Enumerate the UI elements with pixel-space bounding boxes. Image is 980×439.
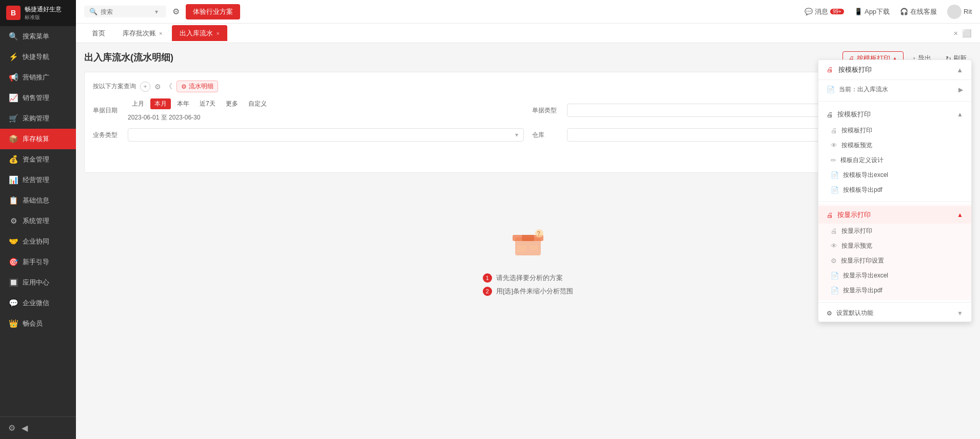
filter-label: 按以下方案查询	[93, 82, 136, 91]
template-pdf-label: 按模板导出pdf	[843, 186, 883, 194]
business-type-field: 业务类型 ▾	[93, 128, 524, 142]
business-type-select[interactable]: ▾	[128, 128, 524, 142]
divider-1	[818, 101, 971, 102]
message-label: 消息	[815, 7, 828, 16]
sidebar-item-label: 应用中心	[23, 278, 49, 287]
sidebar-item-guide[interactable]: 🎯 新手引导	[0, 252, 76, 272]
sidebar-item-purchase[interactable]: 🛒 采购管理	[0, 108, 76, 129]
display-print-item[interactable]: 🖨 按显示打印	[818, 224, 971, 238]
display-pdf-item[interactable]: 📄 按显示导出pdf	[818, 283, 971, 298]
tab-inventory-batch[interactable]: 库存批次账 ×	[115, 25, 170, 41]
date-opt-more[interactable]: 更多	[222, 98, 242, 109]
date-opt-custom[interactable]: 自定义	[244, 98, 271, 109]
current-template-arrow: ▶	[958, 86, 963, 93]
tab-inventory-flow[interactable]: 出入库流水 ×	[172, 25, 227, 41]
sidebar-item-enterprise[interactable]: 🤝 企业协同	[0, 231, 76, 252]
date-opt-7days[interactable]: 近7天	[195, 98, 220, 109]
sidebar-item-system[interactable]: ⚙ 系统管理	[0, 211, 76, 231]
filter-add-btn[interactable]: +	[140, 82, 150, 92]
display-preview-icon: 👁	[831, 242, 837, 250]
template-preview-item[interactable]: 👁 按模板预览	[818, 138, 971, 153]
app-logo: B 畅捷通好生意 标准版	[0, 0, 76, 26]
app-download-item[interactable]: 📱 App下载	[854, 7, 890, 16]
sidebar-item-sales[interactable]: 📈 销售管理	[0, 88, 76, 108]
sidebar-item-marketing[interactable]: 📢 营销推广	[0, 67, 76, 88]
display-preview-item[interactable]: 👁 按显示预览	[818, 238, 971, 253]
template-print-item[interactable]: 🖨 按模板打印	[818, 123, 971, 138]
display-settings-label: 按显示打印设置	[841, 256, 884, 265]
default-icon: ⚙	[827, 310, 832, 317]
template-pdf-item[interactable]: 📄 按模板导出pdf	[818, 183, 971, 197]
search-icon: 🔍	[89, 8, 97, 15]
sidebar-item-quick-nav[interactable]: ⚡ 快捷导航	[0, 47, 76, 67]
tab-home[interactable]: 首页	[84, 25, 113, 41]
display-preview-label: 按显示预览	[841, 242, 872, 250]
svg-text:?: ?	[537, 231, 540, 236]
display-print-label: 按显示打印	[841, 227, 872, 235]
business-type-label: 业务类型	[93, 131, 124, 139]
sidebar-item-label: 畅会员	[23, 319, 43, 328]
search-dropdown-icon[interactable]: ▾	[155, 8, 158, 15]
tabs-right-controls: × ⬜	[953, 29, 972, 38]
topbar: 🔍 ▾ ⚙ 体验行业方案 💬 消息 99+ 📱 App下载 🎧 在线客服 Rit	[76, 0, 980, 24]
date-opt-last-month[interactable]: 上月	[128, 98, 148, 109]
set-default-btn[interactable]: ⚙ 设置默认功能 ▼	[818, 305, 971, 322]
display-excel-item[interactable]: 📄 按显示导出excel	[818, 268, 971, 283]
industry-btn[interactable]: 体验行业方案	[186, 4, 240, 19]
sidebar-item-inventory[interactable]: 📦 库存核算	[0, 129, 76, 149]
sidebar-item-search[interactable]: 🔍 搜索菜单	[0, 26, 76, 47]
box-icon: 📦	[8, 134, 18, 144]
date-opt-this-year[interactable]: 本年	[173, 98, 193, 109]
topbar-right: 💬 消息 99+ 📱 App下载 🎧 在线客服 Rit	[805, 5, 972, 19]
message-item[interactable]: 💬 消息 99+	[805, 7, 844, 16]
sidebar-item-app-center[interactable]: 🔲 应用中心	[0, 272, 76, 293]
display-settings-item[interactable]: ⚙ 按显示打印设置	[818, 253, 971, 268]
user-profile-item[interactable]: Rit	[947, 5, 972, 19]
sidebar-nav: 🔍 搜索菜单 ⚡ 快捷导航 📢 营销推广 📈 销售管理 🛒 采购管理 📦 库存核…	[0, 26, 76, 416]
filter-tag[interactable]: ⚙ 流水明细	[177, 81, 218, 92]
step-2-text: 用[选]条件来缩小分析范围	[496, 287, 573, 296]
close-inventory-batch-icon[interactable]: ×	[159, 30, 162, 36]
display-print-header[interactable]: 🖨 按显示打印 ▲	[818, 206, 971, 224]
current-template-section: 📄 当前：出入库流水 ▶	[818, 80, 971, 99]
template-print-section-icon: 🖨	[827, 111, 833, 118]
online-service-item[interactable]: 🎧 在线客服	[900, 7, 937, 16]
print-dropdown-collapse-icon[interactable]: ▲	[956, 66, 963, 74]
display-excel-label: 按显示导出excel	[843, 271, 888, 280]
date-options: 上月 本月 本年 近7天 更多 自定义	[128, 98, 271, 109]
operations-icon: 📊	[8, 175, 18, 185]
date-opt-this-month[interactable]: 本月	[150, 98, 171, 109]
content-area: 出入库流水(流水明细) 🖨 按模板打印 ▲ ↑ 导出 ↻ 刷新	[76, 43, 980, 439]
sidebar-item-wechat[interactable]: 💬 企业微信	[0, 293, 76, 313]
sidebar-item-finance[interactable]: 💰 资金管理	[0, 149, 76, 170]
sidebar-item-operations[interactable]: 📊 经营管理	[0, 170, 76, 190]
sidebar-item-member[interactable]: 👑 畅会员	[0, 313, 76, 334]
current-template-item[interactable]: 📄 当前：出入库流水 ▶	[818, 82, 971, 97]
online-service-label: 在线客服	[910, 7, 937, 16]
sidebar-item-label: 资金管理	[23, 155, 49, 164]
search-input[interactable]	[101, 8, 152, 15]
empty-steps: 1 请先选择要分析的方案 2 用[选]条件来缩小分析范围	[483, 273, 573, 300]
collapse-sidebar-icon[interactable]: ◀	[22, 423, 28, 433]
home-tab-label: 首页	[92, 29, 105, 38]
filter-collapse-icon[interactable]: 《	[165, 82, 172, 91]
design-icon: ✏	[831, 156, 836, 164]
svg-rect-3	[517, 245, 526, 252]
template-excel-item[interactable]: 📄 按模板导出excel	[818, 168, 971, 183]
info-icon: 📋	[8, 196, 18, 205]
fullscreen-icon[interactable]: ⬜	[962, 29, 972, 38]
template-preview-label: 按模板预览	[841, 141, 872, 150]
sidebar-item-label: 搜索菜单	[23, 32, 49, 41]
sidebar-item-basic-info[interactable]: 📋 基础信息	[0, 190, 76, 211]
wechat-icon: 💬	[8, 298, 18, 308]
close-all-tabs-icon[interactable]: ×	[953, 29, 958, 38]
close-inventory-flow-icon[interactable]: ×	[216, 30, 219, 36]
topbar-gear-icon[interactable]: ⚙	[172, 7, 180, 16]
filter-tag-icon: ⚙	[181, 83, 187, 90]
filter-settings-icon[interactable]: ⚙	[154, 83, 161, 91]
display-print-section-label: 按显示打印	[837, 210, 871, 220]
template-print-header[interactable]: 🖨 按模板打印 ▲	[818, 106, 971, 123]
tabs-bar: 首页 库存批次账 × 出入库流水 × × ⬜	[76, 24, 980, 43]
template-custom-item[interactable]: ✏ 模板自定义设计	[818, 153, 971, 168]
settings-icon[interactable]: ⚙	[8, 423, 15, 433]
